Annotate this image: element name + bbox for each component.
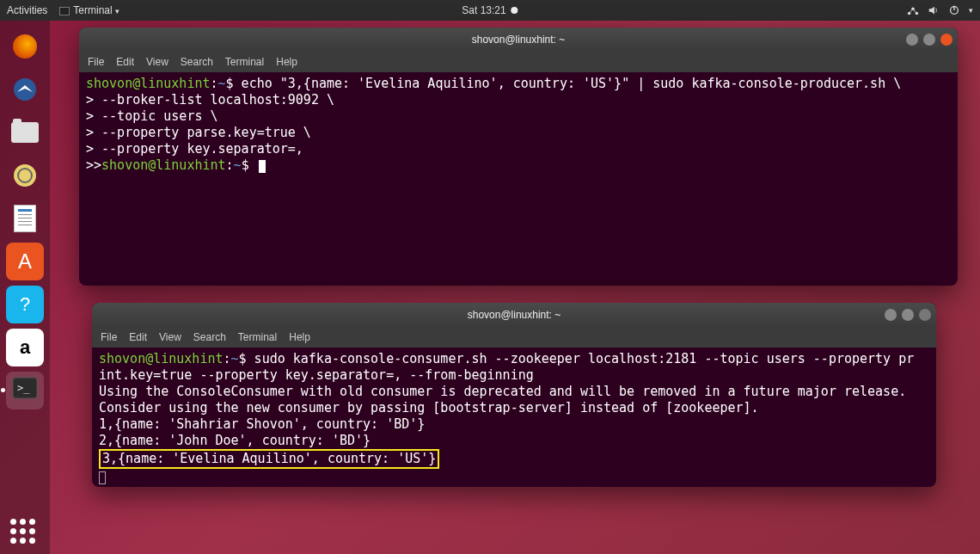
rhythmbox-icon (12, 163, 38, 188)
terminal-line: > --topic users \ (86, 108, 951, 125)
terminal-content[interactable]: shovon@linuxhint:~$ echo "3,{name: 'Evel… (79, 72, 958, 177)
menu-help[interactable]: Help (276, 56, 297, 68)
menu-search[interactable]: Search (193, 331, 226, 343)
power-icon[interactable] (948, 4, 960, 16)
menu-help[interactable]: Help (289, 331, 310, 343)
menu-edit[interactable]: Edit (116, 56, 134, 68)
titlebar[interactable]: shovon@linuxhint: ~ (92, 303, 936, 327)
firefox-icon (13, 34, 37, 58)
terminal-line: 1,{name: 'Shahriar Shovon', country: 'BD… (99, 416, 929, 433)
network-icon[interactable] (907, 4, 919, 16)
highlighted-line: 3,{name: 'Evelina Aquilino', country: 'U… (99, 449, 929, 469)
window-close-button[interactable] (940, 34, 952, 46)
svg-point-6 (14, 164, 36, 187)
svg-point-5 (14, 78, 36, 101)
titlebar[interactable]: shovon@linuxhint: ~ (79, 28, 958, 52)
window-close-button[interactable] (919, 309, 931, 321)
menu-edit[interactable]: Edit (129, 331, 147, 343)
launcher-thunderbird[interactable] (6, 71, 44, 108)
launcher-dock: A ? a >_ (0, 21, 50, 554)
amazon-icon: a (20, 336, 30, 359)
help-icon: ? (20, 293, 30, 316)
volume-icon[interactable] (928, 4, 940, 16)
writer-icon (14, 205, 36, 232)
menu-file[interactable]: File (88, 56, 104, 68)
menubar: File Edit View Search Terminal Help (79, 52, 958, 72)
launcher-firefox[interactable] (6, 28, 44, 65)
terminal-line: Consider using the new consumer by passi… (99, 400, 929, 416)
menu-view[interactable]: View (159, 331, 181, 343)
terminal-window-consumer: shovon@linuxhint: ~ File Edit View Searc… (92, 303, 936, 487)
terminal-line: > --property key.separator=, (86, 141, 951, 157)
show-applications-button[interactable] (10, 519, 35, 544)
terminal-line: > --broker-list localhost:9092 \ (86, 92, 951, 108)
window-minimize-button[interactable] (906, 34, 918, 46)
window-title: shovon@linuxhint: ~ (472, 34, 566, 46)
svg-text:>_: >_ (17, 382, 30, 394)
terminal-line: 2,{name: 'John Doe', country: 'BD'} (99, 433, 929, 449)
launcher-terminal[interactable]: >_ (6, 372, 44, 409)
menu-view[interactable]: View (146, 56, 168, 68)
launcher-writer[interactable] (6, 200, 44, 237)
terminal-line: Using the ConsoleConsumer with old consu… (99, 384, 929, 400)
launcher-help[interactable]: ? (6, 286, 44, 323)
terminal-icon: >_ (12, 377, 38, 404)
app-menu[interactable]: Terminal (59, 4, 119, 16)
activities-button[interactable]: Activities (7, 4, 47, 16)
thunderbird-icon (12, 77, 38, 102)
system-dropdown-icon[interactable]: ▾ (969, 6, 973, 15)
launcher-software[interactable]: A (6, 243, 44, 280)
software-icon: A (18, 249, 32, 274)
terminal-icon (59, 7, 70, 15)
launcher-amazon[interactable]: a (6, 329, 44, 366)
menu-file[interactable]: File (101, 331, 117, 343)
cursor-icon (259, 160, 266, 173)
menu-terminal[interactable]: Terminal (238, 331, 277, 343)
terminal-line: int.key=true --property key.separator=, … (99, 367, 929, 384)
terminal-line: shovon@linuxhint:~$ echo "3,{name: 'Evel… (86, 76, 951, 92)
launcher-files[interactable] (6, 114, 44, 151)
files-icon (11, 122, 39, 143)
terminal-line: > --property parse.key=true \ (86, 125, 951, 141)
terminal-content[interactable]: shovon@linuxhint:~$ sudo kafka-console-c… (92, 348, 936, 487)
terminal-line: >>shovon@linuxhint:~$ (86, 157, 951, 174)
terminal-window-producer: shovon@linuxhint: ~ File Edit View Searc… (79, 28, 958, 286)
record-indicator-icon (511, 7, 518, 14)
terminal-line: shovon@linuxhint:~$ sudo kafka-console-c… (99, 351, 929, 367)
window-maximize-button[interactable] (923, 34, 935, 46)
menu-search[interactable]: Search (181, 56, 213, 68)
launcher-rhythmbox[interactable] (6, 157, 44, 194)
window-maximize-button[interactable] (902, 309, 914, 321)
gnome-top-panel: Activities Terminal Sat 13:21 ▾ (0, 0, 980, 21)
menu-terminal[interactable]: Terminal (225, 56, 264, 68)
clock[interactable]: Sat 13:21 (462, 4, 505, 16)
cursor-outline-icon (99, 471, 106, 484)
terminal-line (99, 469, 929, 485)
window-title: shovon@linuxhint: ~ (468, 309, 561, 321)
window-minimize-button[interactable] (885, 309, 897, 321)
menubar: File Edit View Search Terminal Help (92, 327, 936, 348)
